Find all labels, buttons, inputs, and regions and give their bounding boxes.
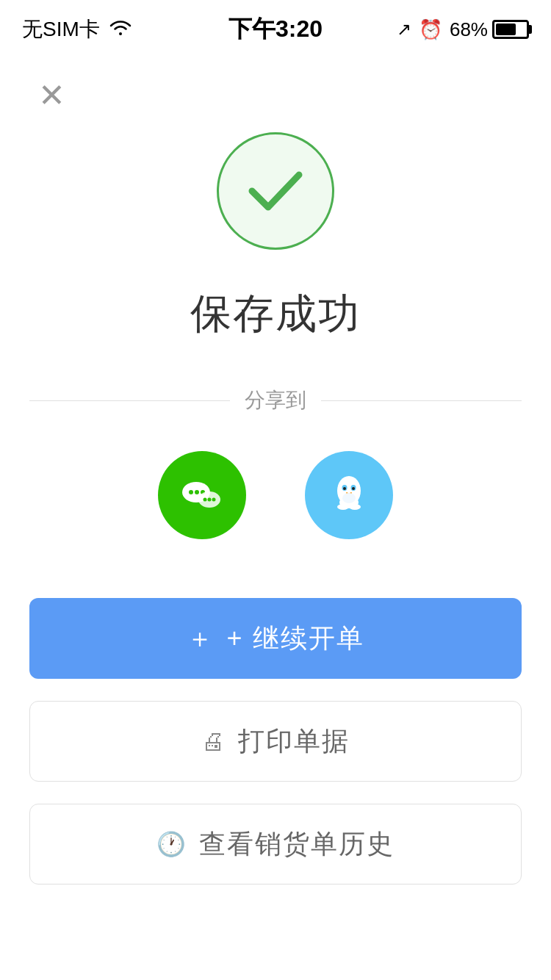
wechat-share-button[interactable] [158, 451, 246, 539]
battery-text: 68% [450, 18, 488, 41]
history-button[interactable]: 🕐 查看销货单历史 [29, 804, 522, 884]
svg-point-6 [208, 498, 212, 502]
plus-icon: ＋ [187, 621, 215, 657]
success-title: 保存成功 [190, 287, 361, 342]
wifi-icon [109, 18, 132, 41]
location-icon: ↗ [397, 19, 411, 40]
main-content: ✕ 保存成功 分享到 [0, 59, 551, 980]
print-button[interactable]: 🖨 打印单据 [29, 701, 522, 782]
svg-point-7 [212, 498, 216, 502]
divider-left [29, 400, 230, 401]
divider-right [321, 400, 522, 401]
print-label: 打印单据 [238, 724, 350, 760]
qq-logo [323, 469, 375, 522]
share-divider-row: 分享到 [29, 386, 522, 414]
share-section: 分享到 [29, 386, 522, 539]
continue-label: + 继续开单 [226, 621, 364, 657]
print-icon: 🖨 [201, 728, 226, 755]
svg-point-2 [195, 490, 199, 494]
status-right-icons: ↗ ⏰ 68% [397, 18, 529, 41]
share-label: 分享到 [245, 386, 306, 414]
time-display: 下午3:20 [228, 13, 323, 46]
battery-container: 68% [450, 18, 529, 41]
qq-share-button[interactable] [305, 451, 393, 539]
actions-section: ＋ + 继续开单 🖨 打印单据 🕐 查看销货单历史 [29, 598, 522, 884]
close-icon: ✕ [38, 79, 65, 112]
history-icon: 🕐 [156, 830, 187, 858]
alarm-icon: ⏰ [419, 18, 442, 41]
battery-fill [496, 24, 516, 35]
checkmark-icon [246, 169, 305, 213]
status-bar: 无SIM卡 下午3:20 ↗ ⏰ 68% [0, 0, 551, 59]
svg-point-5 [204, 498, 207, 502]
wechat-logo [176, 469, 228, 522]
svg-point-12 [352, 487, 355, 490]
battery-icon [492, 20, 529, 39]
svg-point-11 [343, 487, 346, 490]
success-icon-wrapper [217, 132, 334, 250]
carrier-text: 无SIM卡 [22, 15, 100, 43]
share-icons-row [158, 451, 393, 539]
carrier-wifi: 无SIM卡 [22, 15, 132, 43]
svg-point-1 [189, 490, 193, 494]
svg-point-16 [342, 493, 356, 503]
close-button[interactable]: ✕ [29, 73, 73, 118]
history-label: 查看销货单历史 [199, 826, 395, 862]
continue-button[interactable]: ＋ + 继续开单 [29, 598, 522, 679]
